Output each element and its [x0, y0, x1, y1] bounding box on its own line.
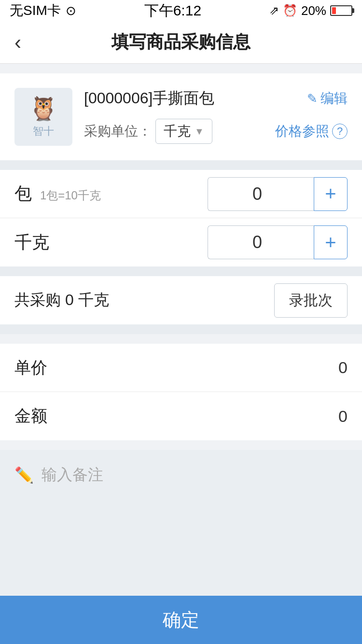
unit-price-row: 单价 0 — [0, 344, 362, 392]
product-name: [0000006]手撕面包 — [84, 88, 214, 109]
note-placeholder: 输入备注 — [42, 464, 103, 486]
product-image: 🦉 智十 — [14, 88, 72, 146]
bao-label: 包 — [14, 183, 32, 203]
back-button[interactable]: ‹ — [14, 31, 21, 54]
battery-percent-label: 20% — [301, 3, 326, 18]
status-right: ⇗ ⏰ 20% — [269, 3, 352, 18]
alarm-icon: ⏰ — [283, 4, 297, 17]
record-batch-button[interactable]: 录批次 — [274, 283, 348, 318]
price-section: 单价 0 金额 0 — [0, 344, 362, 440]
kg-input[interactable] — [208, 225, 314, 259]
page-title: 填写商品采购信息 — [111, 30, 251, 54]
battery-icon — [330, 5, 352, 16]
edit-button[interactable]: ✎ 编辑 — [307, 89, 348, 108]
location-icon: ⇗ — [269, 4, 279, 17]
section-divider-1 — [0, 160, 362, 170]
unit-select[interactable]: 千克 ▼ — [155, 119, 212, 144]
product-thumbnail-icon: 🦉 — [29, 95, 58, 122]
bao-input[interactable] — [208, 177, 314, 211]
quantity-row-kg: 千克 + — [0, 218, 362, 266]
status-bar: 无SIM卡 ⊙ 下午6:12 ⇗ ⏰ 20% — [0, 0, 362, 21]
note-section[interactable]: ✏️ 输入备注 — [0, 450, 362, 500]
product-info: [0000006]手撕面包 ✎ 编辑 采购单位： 千克 ▼ 价格参照 ? — [84, 88, 348, 144]
carrier-label: 无SIM卡 — [10, 1, 61, 20]
quantity-row-bao: 包 1包=10千克 + — [0, 170, 362, 218]
amount-value: 0 — [338, 407, 348, 426]
kg-label: 千克 — [14, 232, 49, 252]
edit-icon: ✎ — [307, 91, 318, 106]
confirm-button[interactable]: 确定 — [0, 596, 362, 644]
edit-label: 编辑 — [320, 89, 348, 108]
nav-bar: ‹ 填写商品采购信息 — [0, 21, 362, 64]
total-row: 共采购 0 千克 录批次 — [0, 276, 362, 324]
unit-prefix-label: 采购单位： — [84, 122, 152, 140]
section-divider-2 — [0, 266, 362, 276]
amount-row: 金额 0 — [0, 392, 362, 440]
total-label: 共采购 0 千克 — [14, 290, 109, 311]
product-image-label: 智十 — [29, 124, 58, 139]
price-ref-label: 价格参照 — [275, 122, 329, 140]
price-ref-button[interactable]: 价格参照 ? — [275, 122, 348, 140]
unit-price-label: 单价 — [14, 357, 47, 379]
info-icon: ? — [332, 124, 348, 139]
unit-price-value: 0 — [338, 358, 348, 377]
bao-sub-label: 1包=10千克 — [40, 189, 101, 202]
dropdown-arrow-icon: ▼ — [195, 126, 204, 137]
kg-plus-button[interactable]: + — [314, 225, 348, 259]
quantity-section: 包 1包=10千克 + 千克 + — [0, 170, 362, 266]
bao-plus-button[interactable]: + — [314, 177, 348, 211]
product-card: 🦉 智十 [0000006]手撕面包 ✎ 编辑 采购单位： 千克 ▼ 价格参照 … — [0, 73, 362, 160]
wifi-icon: ⊙ — [66, 3, 76, 18]
unit-value: 千克 — [164, 122, 191, 140]
confirm-label: 确定 — [163, 608, 199, 632]
amount-label: 金额 — [14, 405, 47, 427]
status-left: 无SIM卡 ⊙ — [10, 1, 76, 20]
time-label: 下午6:12 — [144, 1, 201, 21]
section-divider-3 — [0, 324, 362, 334]
battery-fill — [332, 7, 336, 14]
pencil-icon: ✏️ — [14, 466, 34, 484]
